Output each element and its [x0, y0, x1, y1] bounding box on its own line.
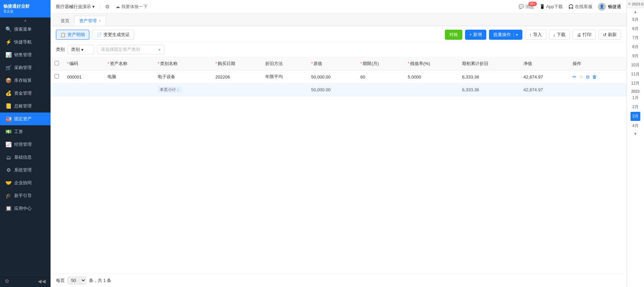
th-code: *编码 — [63, 57, 103, 70]
sidebar-label-collab: 企业协同 — [14, 180, 32, 186]
tab-close-icon[interactable]: × — [99, 19, 101, 23]
th-initial-depreciation: 期初累计折旧 — [458, 57, 519, 70]
edit-icon[interactable]: ✏ — [573, 74, 577, 79]
right-panel-scroll-down[interactable]: ▼ — [633, 130, 638, 137]
sidebar-label-payroll: 工资 — [14, 129, 23, 135]
month-item-5月[interactable]: 5月 — [629, 15, 641, 24]
month-item-8月[interactable]: 8月 — [629, 42, 641, 52]
tab-change-voucher[interactable]: 📄 变更生成凭证 — [92, 30, 134, 40]
sidebar-item-quicknav[interactable]: ⚡快捷导航 — [0, 36, 51, 49]
row-checkbox[interactable] — [55, 74, 59, 78]
sidebar-item-payroll[interactable]: 💵工资 — [0, 125, 51, 138]
month-item-2月[interactable]: 2月 — [629, 102, 641, 111]
category-input-arrow: ▾ — [158, 47, 161, 52]
download-icon: ↓ — [553, 32, 556, 37]
asset-table-wrapper: *编码 *资产名称 *类别名称 *购买日期 折旧方法 *原值 *期限(月) *残… — [51, 57, 626, 274]
batch-dropdown-icon[interactable]: ▾ — [514, 33, 518, 37]
online-service-button[interactable]: 🎧 在线客服 — [568, 4, 592, 10]
month-item-7月[interactable]: 7月 — [629, 33, 641, 42]
month-item-12月[interactable]: 12月 — [629, 79, 641, 88]
sidebar-item-funds[interactable]: 💰资金管理 — [0, 87, 51, 100]
month-item-3月[interactable]: 3月 — [631, 112, 640, 121]
cell-initial-depreciation: 6,333.36 — [458, 70, 519, 84]
tab-change-voucher-label: 变更生成凭证 — [103, 32, 130, 38]
print-button[interactable]: 🖨 打印 — [573, 30, 596, 40]
service-label: 在线客服 — [575, 4, 592, 10]
page-tabs: 首页 资产管理 × — [51, 13, 626, 26]
copy-icon[interactable]: ⊙ — [579, 74, 583, 79]
month-item-9月[interactable]: 9月 — [629, 52, 641, 61]
app-download-label: App下载 — [546, 4, 563, 10]
settings-gear-icon[interactable]: ⚙ — [105, 4, 110, 10]
print-icon: 🖨 — [577, 32, 581, 37]
cell-purchase-date: 202206 — [211, 70, 261, 84]
cell-category: 电子设备 — [154, 70, 211, 84]
tab-asset-detail[interactable]: 📋 资产明细 — [56, 30, 89, 40]
sidebar-item-ledger[interactable]: 📒总账管理 — [0, 100, 51, 113]
tab-home[interactable]: 首页 — [56, 16, 74, 26]
app-edition: 普及版 — [3, 9, 30, 14]
sidebar-item-collab[interactable]: 🤝企业协同 — [0, 177, 51, 189]
assets-icon: 🏭 — [5, 116, 11, 122]
tab-asset-management[interactable]: 资产管理 × — [74, 16, 106, 26]
sidebar: 畅捷通好业财 普及版 ▲ 🔍搜索菜单⚡快捷导航📊销售管理🛒采购管理📦库存核算💰资… — [0, 0, 51, 287]
collapse-icon[interactable]: ◀◀ — [38, 278, 46, 284]
sidebar-scroll-up[interactable]: ▲ — [0, 18, 51, 23]
sidebar-label-system: 系统管理 — [14, 167, 32, 173]
month-list: 5月6月7月8月9月10月11月12月20231月2月3月4月 — [629, 15, 641, 130]
category-type-dropdown-icon: ▾ — [81, 47, 84, 52]
right-panel-header: ✕ 2023.03 ⛶ — [627, 0, 644, 8]
system-icon: ⚙ — [5, 167, 11, 173]
company-selector[interactable]: 医疗器械行业演示 ▾ — [56, 4, 95, 10]
sidebar-item-assets[interactable]: 🏭固定资产 — [0, 113, 51, 125]
subtotal-initial-depreciation: 6,333.36 — [458, 84, 519, 96]
category-type-select[interactable]: 类别 ▾ — [67, 45, 94, 54]
refresh-button[interactable]: ↺ 刷新 — [599, 30, 621, 40]
month-item-1月[interactable]: 1月 — [629, 93, 641, 102]
reconcile-button[interactable]: 对账 — [445, 30, 462, 40]
batch-button[interactable]: 批量操作 ▾ — [489, 30, 522, 40]
asset-table: *编码 *资产名称 *类别名称 *购买日期 折旧方法 *原值 *期限(月) *残… — [51, 57, 626, 96]
sidebar-item-operations[interactable]: 📈经营管理 — [0, 138, 51, 151]
feedback-label: 我要体验一下 — [121, 4, 148, 10]
subtotal-label: 本页小计： — [158, 87, 182, 93]
basic-icon: 🗂 — [5, 155, 11, 160]
feedback-button[interactable]: ☁ 我要体验一下 — [116, 4, 148, 10]
th-category: *类别名称 — [154, 57, 211, 70]
per-page-select[interactable]: 50 100 200 — [67, 277, 86, 284]
cell-period: 60 — [356, 70, 404, 84]
delete-icon[interactable]: 🗑 — [592, 74, 597, 79]
th-period: *期限(月) — [356, 57, 404, 70]
sidebar-item-system[interactable]: ⚙系统管理 — [0, 164, 51, 177]
sidebar-item-apps[interactable]: 🔲应用中心 — [0, 202, 51, 215]
cell-code: 000001 — [63, 70, 103, 84]
sidebar-item-inventory[interactable]: 📦库存核算 — [0, 74, 51, 87]
add-button[interactable]: + 新增 — [465, 30, 486, 40]
app-download-button[interactable]: 📱 App下载 — [540, 4, 563, 10]
duplicate-icon[interactable]: ⧉ — [586, 74, 589, 80]
cell-actions: ✏ ⊙ ⧉ 🗑 — [569, 70, 626, 84]
content-area: 📋 资产明细 📄 变更生成凭证 对账 + 新增 批量操作 ▾ ↑ — [51, 26, 626, 287]
sidebar-item-sales[interactable]: 📊销售管理 — [0, 49, 51, 61]
category-value-input[interactable]: 请选择固定资产类别 ▾ — [97, 45, 164, 54]
messages-button[interactable]: 💬 消息 99+ — [519, 4, 534, 10]
select-all-checkbox[interactable] — [55, 61, 59, 65]
import-button[interactable]: ↑ 导入 — [525, 30, 546, 40]
sidebar-item-basic[interactable]: 🗂基础信息 — [0, 151, 51, 164]
sidebar-item-search[interactable]: 🔍搜索菜单 — [0, 23, 51, 36]
cell-name: 电脑 — [103, 70, 153, 84]
th-purchase-date: *购买日期 — [211, 57, 261, 70]
right-panel-close-icon[interactable]: ✕ — [627, 1, 631, 6]
month-item-4月[interactable]: 4月 — [629, 121, 641, 130]
month-item-11月[interactable]: 11月 — [629, 70, 641, 79]
settings-icon[interactable]: ⚙ — [5, 278, 9, 284]
month-item-10月[interactable]: 10月 — [629, 61, 641, 70]
user-menu[interactable]: 👤 畅捷通 — [598, 3, 621, 11]
right-panel-scroll-up[interactable]: ▲ — [633, 8, 638, 15]
funds-icon: 💰 — [5, 90, 11, 96]
download-button[interactable]: ↓ 下载 — [549, 30, 570, 40]
month-item-6月[interactable]: 6月 — [629, 24, 641, 33]
cell-net-value: 42,874.97 — [519, 70, 569, 84]
sidebar-item-purchase[interactable]: 🛒采购管理 — [0, 61, 51, 74]
sidebar-item-guide[interactable]: 🎓新手引导 — [0, 189, 51, 202]
